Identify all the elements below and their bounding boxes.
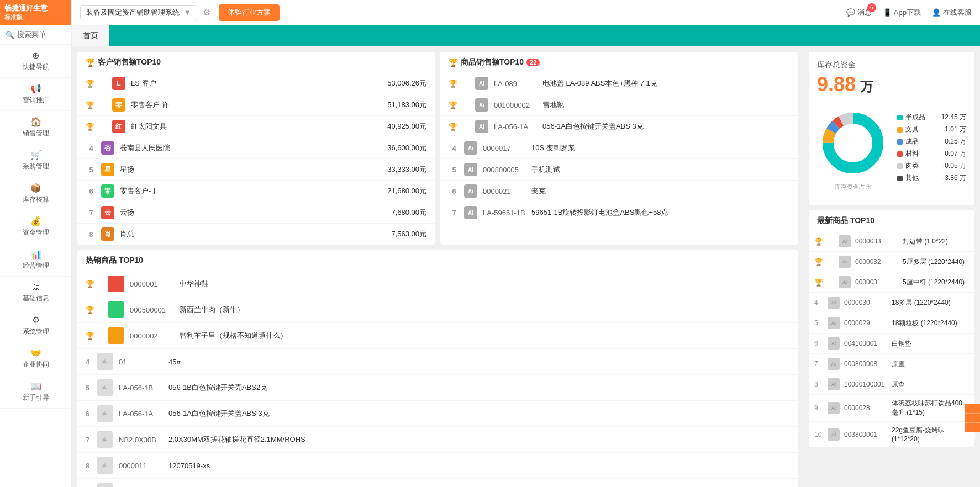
rank-number: 4 — [449, 144, 460, 152]
product-ranking-row: 🏆 Ai LA-056-1A 056-1A白色按键开关盖ABS 3克 — [440, 116, 798, 137]
rank-number: 7 — [449, 209, 460, 217]
hot-product-code: LA-056-1B — [119, 384, 163, 392]
sidebar-item-basics[interactable]: 🗂 基础信息 — [0, 277, 71, 309]
legend-label: 成品 — [905, 137, 919, 146]
rank-amount: 33,333.00元 — [387, 165, 426, 174]
product-ranking-card: 🏆 商品销售额TOP10 22 🏆 Ai LA-089 电池盖 LA-089 A… — [440, 52, 798, 245]
product-trophy-icon: 🏆 — [449, 58, 458, 67]
rank-name: 肖总 — [120, 229, 391, 239]
newest-product-name: 18颗粒板 (1220*2440) — [892, 319, 969, 328]
sidebar: 畅捷通好生意 标准版 🔍 搜索菜单 ⊕ 快捷导航 📢 营销推广 🏠 销售管理 🛒… — [0, 0, 72, 487]
sidebar-item-marketing[interactable]: 📢 营销推广 — [0, 78, 71, 111]
system-selector[interactable]: 装备及固定资产辅助管理系统 ▼ — [80, 5, 197, 20]
hot-product-code: 0000002 — [130, 332, 174, 340]
rank-amount: 7,563.00元 — [391, 229, 426, 239]
online-service-btn[interactable]: 👤 在线客服 — [932, 8, 972, 18]
product-name: 电池盖 LA-089 ABS本色+黑种 7.1克 — [542, 78, 789, 88]
rank-avatar: 杏 — [101, 141, 114, 155]
sidebar-label-marketing: 营销推广 — [23, 96, 49, 105]
trophy-icon-2: 🏆 — [449, 101, 457, 109]
product-image — [108, 276, 124, 292]
legend-left: 肉类 — [897, 161, 919, 171]
newest-product-name: 白钢垫 — [892, 339, 969, 348]
rank-name: LS 客户 — [131, 78, 387, 88]
newest-product-code: 004100001 — [844, 340, 888, 347]
product-image: Ai — [97, 379, 113, 396]
newest-products-title: 最新商品 TOP10 — [817, 216, 874, 226]
legend-item: 肉类 -0.05 万 — [897, 161, 966, 171]
legend-left: 其他 — [897, 173, 919, 183]
sidebar-label-collab: 企业协同 — [23, 360, 49, 369]
hot-products-list: 🏆 0000001 中华神鞋 🏆 000500001 新西兰牛肉（新牛） 🏆 0… — [77, 271, 798, 487]
product-name: 手机测试 — [531, 165, 789, 174]
legend-value: 0.07 万 — [945, 149, 966, 158]
hot-product-row: 🏆 000500001 新西兰牛肉（新牛） — [77, 297, 798, 323]
app-download-btn[interactable]: 📱 App下载 — [883, 8, 921, 18]
float-btn-broadcast[interactable]: 直播 — [965, 423, 980, 432]
hot-product-row: 9 Ai KK-SD22110H 花语萌恒温分腿睡袋（厚款） — [77, 479, 798, 487]
legend-dot — [897, 115, 903, 120]
messages-btn[interactable]: 💬 消息 6 — [846, 8, 872, 18]
legend-item: 成品 0.25 万 — [897, 137, 966, 146]
legend-dot — [897, 139, 903, 145]
rank-name: 红太阳文具 — [131, 121, 387, 131]
legend-value: 12.45 万 — [941, 113, 966, 122]
sidebar-item-sales[interactable]: 🏠 销售管理 — [0, 111, 71, 144]
search-menu-btn[interactable]: 🔍 搜索菜单 — [0, 25, 71, 45]
customer-ranking-row: 🏆 红 红太阳文具 40,925.00元 — [77, 116, 435, 137]
rank-number: 8 — [814, 380, 825, 388]
customer-ranking-list: 🏆 L LS 客户 53,006.26元 🏆 零 零售客户-许 51,183.0… — [77, 73, 435, 245]
trophy-icon: 🏆 — [814, 258, 823, 266]
tab-home[interactable]: 首页 — [72, 25, 109, 46]
newest-products-list: 🏆 Ai 0000033 封边带 (1.0*22) 🏆 Ai 0000032 5… — [809, 231, 974, 447]
sidebar-item-quick-nav[interactable]: ⊕ 快捷导航 — [0, 45, 71, 78]
rank-number: 5 — [449, 166, 460, 174]
basics-icon: 🗂 — [31, 282, 40, 292]
chevron-down-icon: ▼ — [184, 8, 191, 17]
product-thumbnail: Ai — [839, 256, 851, 268]
sidebar-item-operations[interactable]: 📊 经营管理 — [0, 244, 71, 277]
newest-product-row: 🏆 Ai 0000032 5厘多层 (1220*2440) — [809, 252, 974, 272]
finance-icon: 💰 — [30, 216, 41, 226]
hot-product-code: 000500001 — [130, 306, 174, 314]
rank-amount: 53,006.26元 — [387, 78, 426, 88]
newest-products-card: 最新商品 TOP10 🏆 Ai 0000033 封边带 (1.0*22) 🏆 A… — [809, 210, 974, 447]
newest-product-code: 0000032 — [855, 258, 899, 266]
hot-product-name: 056-1B白色按键开关壳ABS2克 — [168, 383, 789, 393]
rank-number: 8 — [86, 230, 97, 239]
hot-product-name: 056-1A白色按键开关盖ABS 3克 — [168, 409, 789, 419]
newest-product-name: 原查 — [892, 380, 969, 389]
product-ranking-row: 7 Ai LA-59651-1B 59651-1B旋转投影灯电池盒ABS黑色+5… — [440, 202, 798, 223]
customer-ranking-row: 4 杏 苍南县人民医院 36,600.00元 — [77, 137, 435, 159]
sidebar-item-inventory[interactable]: 📦 库存核算 — [0, 177, 71, 210]
rank-number: 6 — [449, 187, 460, 195]
hot-product-row: 8 Ai 0000011 12070519-xs — [77, 453, 798, 479]
sidebar-item-collab[interactable]: 🤝 企业协同 — [0, 342, 71, 375]
message-badge: 6 — [867, 3, 876, 12]
float-btn-community[interactable]: 服务社区 — [965, 414, 980, 423]
donut-chart — [817, 107, 889, 179]
rank-avatar: L — [112, 77, 125, 90]
service-icon: 👤 — [932, 8, 941, 17]
product-ranking-list: 🏆 Ai LA-089 电池盖 LA-089 ABS本色+黑种 7.1克 🏆 A… — [440, 73, 798, 223]
sidebar-item-purchase[interactable]: 🛒 采购管理 — [0, 144, 71, 177]
rank-number: 4 — [86, 144, 97, 152]
legend-label: 半成品 — [905, 113, 925, 122]
rank-number: 6 — [86, 187, 97, 195]
product-image: Ai — [97, 483, 113, 487]
logo-line1: 畅捷通好生意 — [4, 4, 48, 13]
hot-product-code: 0000001 — [130, 280, 174, 288]
left-panel: 🏆 客户销售额TOP10 🏆 L LS 客户 53,006.26元 🏆 零 零售… — [72, 46, 803, 487]
trophy-icon: 🏆 — [814, 278, 823, 287]
trial-button[interactable]: 体验行业方案 — [219, 4, 280, 21]
hot-product-name: 45# — [168, 358, 789, 366]
product-code: LA-089 — [494, 80, 538, 88]
sidebar-item-guide[interactable]: 📖 新手引导 — [0, 375, 71, 409]
product-image — [108, 301, 124, 318]
sidebar-item-system[interactable]: ⚙ 系统管理 — [0, 309, 71, 342]
newest-product-code: 0000031 — [855, 278, 899, 286]
newest-product-code: 0000028 — [844, 404, 888, 412]
float-btn-service[interactable]: 客服热线 — [965, 404, 980, 414]
settings-button[interactable]: ⚙ — [203, 7, 210, 18]
sidebar-item-finance[interactable]: 💰 资金管理 — [0, 210, 71, 244]
